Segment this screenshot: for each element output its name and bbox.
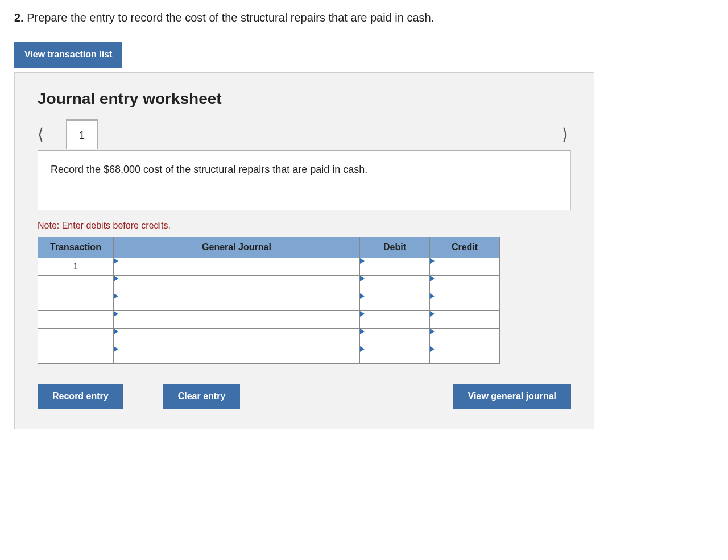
cell-credit[interactable] bbox=[430, 293, 500, 311]
table-row bbox=[38, 329, 500, 346]
cell-debit[interactable] bbox=[360, 276, 430, 293]
table-row bbox=[38, 346, 500, 364]
chevron-right-icon[interactable]: ⟩ bbox=[562, 125, 568, 144]
problem-text: Prepare the entry to record the cost of … bbox=[27, 11, 434, 24]
journal-entry-table: Transaction General Journal Debit Credit… bbox=[38, 237, 500, 364]
action-button-row: Record entry Clear entry View general jo… bbox=[38, 384, 571, 409]
record-entry-button[interactable]: Record entry bbox=[38, 384, 123, 409]
cell-credit[interactable] bbox=[430, 329, 500, 346]
cell-credit[interactable] bbox=[430, 258, 500, 276]
col-header-credit: Credit bbox=[430, 237, 500, 258]
cell-general-journal[interactable] bbox=[114, 346, 360, 364]
cell-general-journal[interactable] bbox=[114, 311, 360, 329]
cell-general-journal[interactable] bbox=[114, 258, 360, 276]
entry-instruction: Record the $68,000 cost of the structura… bbox=[38, 150, 571, 210]
cell-transaction[interactable] bbox=[38, 329, 114, 346]
cell-general-journal[interactable] bbox=[114, 329, 360, 346]
chevron-left-icon[interactable]: ⟨ bbox=[38, 125, 44, 144]
col-header-general-journal: General Journal bbox=[114, 237, 360, 258]
journal-entry-worksheet-panel: Journal entry worksheet ⟨ 1 ⟩ Record the… bbox=[14, 72, 594, 429]
clear-entry-button[interactable]: Clear entry bbox=[163, 384, 241, 409]
col-header-debit: Debit bbox=[360, 237, 430, 258]
problem-statement: 2. Prepare the entry to record the cost … bbox=[14, 11, 714, 24]
view-general-journal-button[interactable]: View general journal bbox=[453, 384, 571, 409]
cell-transaction[interactable]: 1 bbox=[38, 258, 114, 276]
cell-debit[interactable] bbox=[360, 311, 430, 329]
worksheet-title: Journal entry worksheet bbox=[38, 90, 571, 108]
cell-debit[interactable] bbox=[360, 329, 430, 346]
cell-credit[interactable] bbox=[430, 311, 500, 329]
cell-general-journal[interactable] bbox=[114, 293, 360, 311]
cell-credit[interactable] bbox=[430, 346, 500, 364]
cell-general-journal[interactable] bbox=[114, 276, 360, 293]
table-row bbox=[38, 276, 500, 293]
cell-credit[interactable] bbox=[430, 276, 500, 293]
cell-transaction[interactable] bbox=[38, 276, 114, 293]
problem-number: 2. bbox=[14, 11, 24, 24]
cell-debit[interactable] bbox=[360, 346, 430, 364]
cell-transaction[interactable] bbox=[38, 311, 114, 329]
col-header-transaction: Transaction bbox=[38, 237, 114, 258]
table-row bbox=[38, 311, 500, 329]
cell-debit[interactable] bbox=[360, 293, 430, 311]
cell-debit[interactable] bbox=[360, 258, 430, 276]
table-row bbox=[38, 293, 500, 311]
table-row: 1 bbox=[38, 258, 500, 276]
view-transaction-list-button[interactable]: View transaction list bbox=[14, 42, 122, 68]
entry-tab-row: ⟨ 1 ⟩ bbox=[38, 119, 571, 151]
debits-before-credits-note: Note: Enter debits before credits. bbox=[38, 221, 571, 231]
cell-transaction[interactable] bbox=[38, 293, 114, 311]
entry-tab-1[interactable]: 1 bbox=[66, 119, 98, 149]
cell-transaction[interactable] bbox=[38, 346, 114, 364]
